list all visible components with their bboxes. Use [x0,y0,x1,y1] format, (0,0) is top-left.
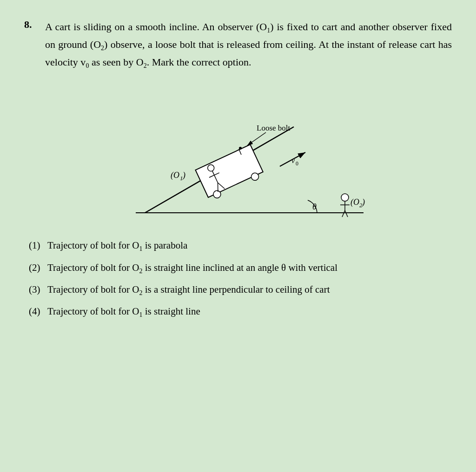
option-3-text: Trajectory of bolt for O2 is a straight … [47,282,330,298]
page-container: 8. A cart is sliding on a smooth incline… [10,9,466,335]
svg-text:θ: θ [312,202,317,211]
option-4-text: Trajectory of bolt for O1 is straight li… [47,304,200,320]
svg-line-23 [345,210,348,217]
option-2-text: Trajectory of bolt for O2 is straight li… [47,261,337,276]
svg-line-22 [342,210,345,217]
question-block: 8. A cart is sliding on a smooth incline… [24,19,452,71]
svg-text:(O: (O [171,170,179,180]
option-2: (2) Trajectory of bolt for O2 is straigh… [29,261,452,276]
svg-text:): ) [362,197,365,207]
diagram-container: (O 1 ) Loose bolt v 0 θ [24,80,452,229]
options-block: (1) Trajectory of bolt for O1 is parabol… [24,238,452,320]
option-1: (1) Trajectory of bolt for O1 is parabol… [29,238,452,254]
svg-point-19 [341,194,349,201]
option-1-text: Trajectory of bolt for O1 is parabola [47,238,187,254]
svg-text:0: 0 [296,160,298,167]
option-4: (4) Trajectory of bolt for O1 is straigh… [29,304,452,320]
option-3: (3) Trajectory of bolt for O2 is a strai… [29,282,452,298]
svg-line-14 [247,132,266,145]
question-number: 8. [24,19,40,71]
svg-rect-2 [195,144,263,197]
svg-point-28 [239,147,242,150]
option-2-number: (2) [29,261,43,275]
physics-diagram: (O 1 ) Loose bolt v 0 θ [99,80,377,229]
option-1-number: (1) [29,238,43,253]
svg-text:v: v [291,157,295,164]
svg-text:(O: (O [350,197,359,207]
question-text: A cart is sliding on a smooth incline. A… [45,19,452,71]
svg-text:Loose bolt: Loose bolt [257,124,291,132]
option-4-number: (4) [29,304,43,319]
option-3-number: (3) [29,282,43,297]
svg-text:): ) [182,170,185,180]
